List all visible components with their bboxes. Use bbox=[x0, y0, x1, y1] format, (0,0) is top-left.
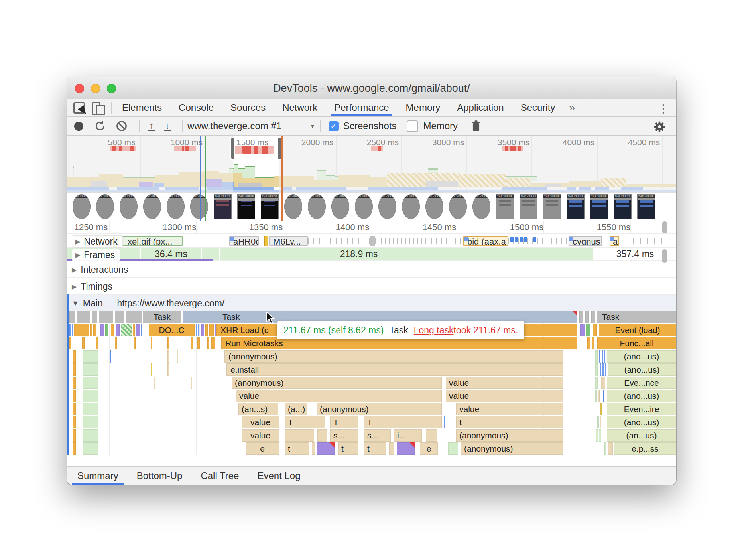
flame-bar[interactable] bbox=[600, 363, 606, 376]
flame-bar[interactable] bbox=[597, 416, 599, 428]
flame-bar[interactable] bbox=[151, 363, 152, 376]
screenshot-thumbnail[interactable]: THE VERGE bbox=[261, 194, 279, 219]
screenshot-thumbnail[interactable]: THE VERGE bbox=[120, 194, 138, 219]
timeline-overview[interactable]: 500 ms1000 ms1500 ms2000 ms2500 ms3000 m… bbox=[67, 136, 676, 193]
network-request-chip[interactable]: aHR0c bbox=[229, 236, 259, 246]
screenshot-thumbnail[interactable]: THE VERGE bbox=[520, 194, 537, 219]
screenshot-thumbnail[interactable]: THE VERGE bbox=[378, 194, 396, 219]
more-tabs-icon[interactable]: » bbox=[569, 99, 575, 116]
flame-bar[interactable] bbox=[599, 350, 605, 363]
flame-bar[interactable] bbox=[177, 350, 178, 363]
flame-bar[interactable] bbox=[207, 337, 209, 349]
flame-bar--ano-us-[interactable]: (ano...us) bbox=[608, 363, 676, 376]
flame-bar[interactable] bbox=[586, 324, 590, 336]
flame-bar[interactable] bbox=[599, 429, 601, 442]
flame-bar[interactable] bbox=[69, 311, 75, 323]
flame-bar-task[interactable]: Task bbox=[143, 311, 181, 323]
tab-console[interactable]: Console bbox=[179, 99, 214, 116]
bottom-tab-call-tree[interactable]: Call Tree bbox=[199, 467, 240, 485]
flame-bar[interactable] bbox=[595, 390, 597, 402]
flame-bar[interactable] bbox=[96, 337, 98, 349]
screenshot-thumbnail[interactable]: THE VERGE bbox=[425, 194, 443, 219]
flame-bar[interactable] bbox=[83, 442, 98, 455]
flame-bar[interactable] bbox=[111, 324, 114, 336]
flame-bar--an-s-[interactable]: (an...s) bbox=[238, 403, 278, 415]
frame-cell[interactable] bbox=[202, 248, 219, 260]
flame-bar[interactable] bbox=[73, 390, 76, 402]
screenshot-thumbnail[interactable]: THE VERGE bbox=[590, 194, 608, 219]
screenshot-thumbnail[interactable]: THE VERGE bbox=[214, 194, 232, 219]
flame-bar[interactable] bbox=[215, 324, 216, 336]
flame-bar[interactable] bbox=[69, 337, 71, 349]
profile-select[interactable]: www.theverge.com #1 ▾ bbox=[187, 120, 314, 132]
flame-bar[interactable] bbox=[73, 363, 76, 376]
flame-bar-do-c[interactable]: DO...C bbox=[149, 324, 195, 336]
flame-bar--ano-us-[interactable]: (ano...us) bbox=[607, 350, 676, 363]
tab-elements[interactable]: Elements bbox=[122, 99, 162, 116]
flame-bar[interactable] bbox=[82, 337, 85, 349]
flame-bar[interactable] bbox=[444, 416, 446, 428]
flame-bar[interactable] bbox=[116, 324, 120, 336]
flame-bar-t[interactable]: t bbox=[364, 442, 386, 455]
flame-bar[interactable] bbox=[196, 324, 200, 336]
flame-bar[interactable] bbox=[397, 442, 415, 455]
flame-bar[interactable] bbox=[600, 403, 602, 415]
screenshot-thumbnail[interactable]: THE VERGE bbox=[614, 194, 632, 219]
flame-bar[interactable] bbox=[83, 390, 98, 402]
flame-bar[interactable] bbox=[154, 377, 155, 389]
clear-button[interactable] bbox=[116, 120, 128, 132]
flame-bar[interactable] bbox=[587, 337, 590, 349]
screenshot-thumbnail[interactable]: THE VERGE bbox=[96, 194, 114, 219]
flame-bar-value[interactable]: value bbox=[446, 377, 563, 389]
flame-bar[interactable] bbox=[585, 311, 589, 323]
flame-bar[interactable] bbox=[285, 429, 314, 442]
flame-bar[interactable] bbox=[110, 350, 111, 363]
flame-bar-value[interactable]: value bbox=[446, 390, 563, 402]
flame-bar-e[interactable]: e bbox=[246, 442, 279, 455]
tab-memory[interactable]: Memory bbox=[406, 99, 441, 116]
flame-bar[interactable] bbox=[115, 337, 117, 349]
flame-bar[interactable] bbox=[593, 324, 597, 336]
flame-bar-s-[interactable]: s... bbox=[330, 429, 358, 442]
flame-bar[interactable] bbox=[73, 403, 76, 415]
devtools-menu-icon[interactable]: ⋮ bbox=[657, 102, 669, 115]
flame-bar[interactable] bbox=[317, 442, 335, 455]
flame-bar[interactable] bbox=[603, 390, 604, 402]
screenshots-checkbox[interactable]: ✓ bbox=[329, 121, 339, 131]
flame-bar[interactable] bbox=[115, 311, 124, 323]
flame-bar[interactable] bbox=[601, 377, 605, 389]
inspect-element-icon[interactable] bbox=[73, 102, 85, 114]
flame-bar[interactable] bbox=[105, 324, 108, 336]
flame-bar[interactable] bbox=[608, 442, 613, 455]
flame-bar[interactable] bbox=[126, 311, 142, 323]
title-bar[interactable]: DevTools - www.google.com/gmail/about/ bbox=[67, 77, 676, 99]
flame-bar-t[interactable]: T bbox=[330, 416, 358, 428]
screenshot-thumbnail[interactable]: THE VERGE bbox=[402, 194, 420, 219]
screenshot-thumbnail[interactable]: THE VERGE bbox=[308, 194, 326, 219]
flame-bar[interactable] bbox=[448, 442, 458, 455]
tab-performance[interactable]: Performance bbox=[334, 99, 389, 116]
flame-bar[interactable] bbox=[83, 429, 98, 442]
flame-bar[interactable] bbox=[100, 324, 104, 336]
flame-bar-i-[interactable]: i... bbox=[394, 429, 422, 442]
flame-bar[interactable] bbox=[595, 350, 598, 363]
flame-bar[interactable] bbox=[209, 324, 214, 336]
flame-bar[interactable] bbox=[83, 416, 98, 428]
flame-bar[interactable] bbox=[389, 442, 394, 455]
flame-bar--anonymous-[interactable]: (anonymous) bbox=[224, 350, 563, 363]
frame-cell[interactable]: 36.4 ms bbox=[141, 248, 201, 260]
screenshot-thumbnail[interactable]: THE VERGE bbox=[543, 194, 561, 219]
scrollbar-thumb[interactable] bbox=[662, 249, 667, 263]
screenshot-thumbnail[interactable]: THE VERGE bbox=[237, 194, 255, 219]
flame-bar[interactable] bbox=[83, 363, 98, 376]
flame-bar[interactable] bbox=[77, 311, 90, 323]
flame-bar[interactable] bbox=[591, 311, 595, 323]
flame-bar[interactable] bbox=[580, 324, 585, 336]
flame-bar-value[interactable]: value bbox=[456, 403, 563, 415]
flame-bar[interactable] bbox=[211, 337, 215, 349]
screenshot-thumbnail[interactable]: THE VERGE bbox=[331, 194, 349, 219]
flame-bar--a-[interactable]: (a...) bbox=[285, 403, 307, 415]
network-request-chip[interactable]: a bbox=[610, 236, 619, 246]
network-track-label[interactable]: ▶ Network bbox=[72, 235, 123, 248]
flame-bar[interactable] bbox=[90, 324, 92, 336]
